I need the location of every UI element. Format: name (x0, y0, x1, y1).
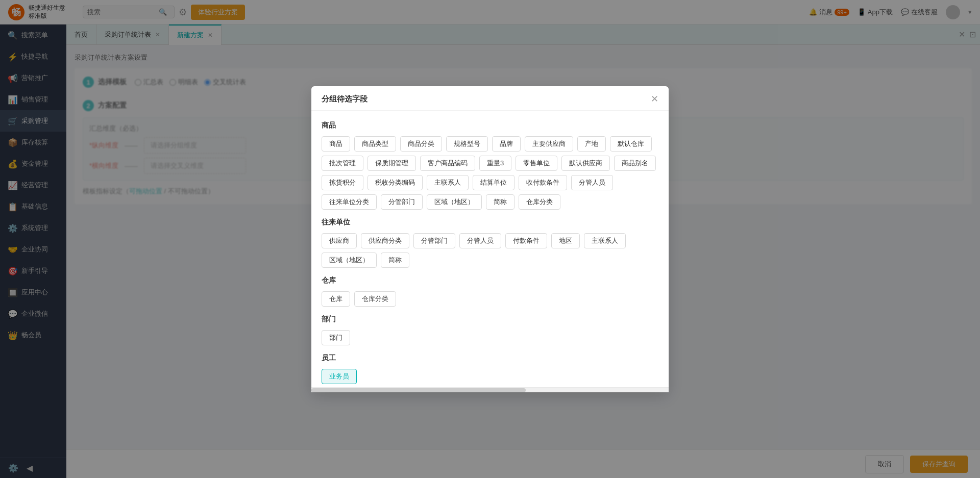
field-grid-warehouse: 仓库 仓库分类 (322, 291, 658, 307)
modal-scrollbar-thumb (311, 388, 526, 392)
section-title-warehouse: 仓库 (322, 276, 658, 285)
section-title-employee: 员工 (322, 354, 658, 363)
field-grid-department: 部门 (322, 330, 658, 345)
field-main-contact[interactable]: 主联系人 (427, 175, 469, 190)
field-customer-code[interactable]: 客户商品编码 (420, 156, 475, 171)
modal-title: 分组待选字段 (322, 94, 368, 104)
modal-header: 分组待选字段 ✕ (311, 86, 669, 111)
field-main-contact-partner[interactable]: 主联系人 (584, 233, 626, 248)
field-manage-dept[interactable]: 分管部门 (413, 233, 455, 248)
field-spec-model[interactable]: 规格型号 (446, 136, 488, 152)
field-department[interactable]: 部门 (322, 330, 350, 345)
field-pick-points[interactable]: 拣货积分 (322, 175, 363, 190)
field-product-type[interactable]: 商品类型 (354, 136, 396, 152)
field-payment-terms[interactable]: 收付款条件 (519, 175, 567, 190)
field-tax-code[interactable]: 税收分类编码 (368, 175, 423, 190)
field-product-alias[interactable]: 商品别名 (614, 156, 656, 171)
field-weight3[interactable]: 重量3 (479, 156, 511, 171)
field-product[interactable]: 商品 (322, 136, 350, 152)
modal: 分组待选字段 ✕ 商品 商品 商品类型 商品分类 规格型号 品牌 主要供应商 产… (311, 86, 669, 392)
field-retail-unit[interactable]: 零售单位 (516, 156, 557, 171)
field-settlement-unit[interactable]: 结算单位 (473, 175, 514, 190)
field-supervisor[interactable]: 分管人员 (571, 175, 613, 190)
field-origin[interactable]: 产地 (577, 136, 606, 152)
field-warehouse-category-product[interactable]: 仓库分类 (519, 194, 560, 210)
field-partner-category[interactable]: 往来单位分类 (322, 194, 377, 210)
field-warehouse-category[interactable]: 仓库分类 (354, 291, 396, 307)
section-title-department: 部门 (322, 315, 658, 324)
field-default-warehouse[interactable]: 默认仓库 (610, 136, 652, 152)
field-short-name-product[interactable]: 简称 (486, 194, 514, 210)
field-short-name-partner[interactable]: 简称 (381, 253, 409, 268)
field-supplier[interactable]: 供应商 (322, 233, 357, 248)
field-grid-partner: 供应商 供应商分类 分管部门 分管人员 付款条件 地区 主联系人 区域（地区） … (322, 233, 658, 268)
section-title-partner: 往来单位 (322, 218, 658, 227)
field-shelf-life[interactable]: 保质期管理 (368, 156, 416, 171)
field-payment-cond[interactable]: 付款条件 (505, 233, 547, 248)
modal-scrollbar[interactable] (311, 387, 669, 392)
modal-close-button[interactable]: ✕ (651, 94, 658, 104)
field-area[interactable]: 地区 (551, 233, 580, 248)
field-batch[interactable]: 批次管理 (322, 156, 363, 171)
field-product-category[interactable]: 商品分类 (400, 136, 442, 152)
field-manage-person[interactable]: 分管人员 (459, 233, 501, 248)
field-warehouse[interactable]: 仓库 (322, 291, 350, 307)
field-main-supplier[interactable]: 主要供应商 (525, 136, 573, 152)
field-region-product[interactable]: 区域（地区） (427, 194, 482, 210)
field-supplier-category[interactable]: 供应商分类 (361, 233, 409, 248)
field-brand[interactable]: 品牌 (492, 136, 521, 152)
field-region-partner[interactable]: 区域（地区） (322, 253, 377, 268)
field-dept[interactable]: 分管部门 (381, 194, 423, 210)
field-grid-employee: 业务员 (322, 369, 658, 384)
field-salesperson[interactable]: 业务员 (322, 369, 357, 384)
field-default-supplier[interactable]: 默认供应商 (561, 156, 610, 171)
field-grid-product: 商品 商品类型 商品分类 规格型号 品牌 主要供应商 产地 默认仓库 批次管理 … (322, 136, 658, 210)
section-title-product: 商品 (322, 121, 658, 130)
modal-body[interactable]: 商品 商品 商品类型 商品分类 规格型号 品牌 主要供应商 产地 默认仓库 批次… (311, 111, 669, 387)
